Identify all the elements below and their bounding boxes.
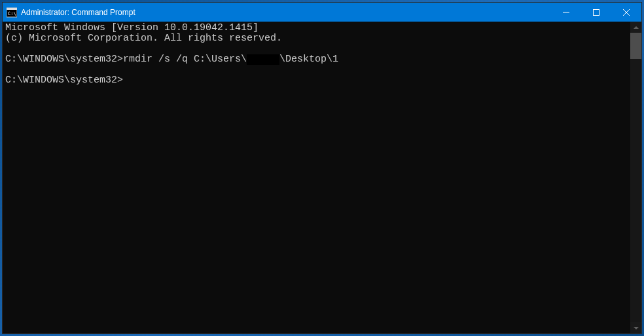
command-text: \Desktop\1: [279, 54, 338, 65]
prompt: C:\WINDOWS\system32>: [5, 54, 123, 65]
maximize-button[interactable]: [581, 3, 611, 22]
chevron-up-icon: [634, 26, 639, 29]
minimize-icon: [563, 9, 569, 16]
svg-rect-4: [594, 9, 599, 15]
scrollbar-up-button[interactable]: [630, 22, 641, 33]
minimize-button[interactable]: [551, 3, 581, 22]
terminal-line: C:\WINDOWS\system32>rmdir /s /q C:\Users…: [5, 54, 628, 65]
svg-text:C:\: C:\: [8, 11, 16, 16]
scrollbar-track[interactable]: [630, 33, 641, 322]
svg-marker-8: [634, 327, 639, 329]
svg-rect-1: [7, 8, 17, 10]
command-text: rmdir /s /q C:\Users\: [123, 54, 247, 65]
terminal-content[interactable]: Microsoft Windows [Version 10.0.19042.14…: [3, 22, 630, 333]
maximize-icon: [593, 9, 599, 16]
terminal-line: [5, 44, 628, 54]
chevron-down-icon: [634, 327, 639, 329]
vertical-scrollbar[interactable]: [630, 22, 641, 333]
window-title: Administrator: Command Prompt: [21, 8, 551, 17]
window-controls: [551, 3, 641, 22]
scrollbar-down-button[interactable]: [630, 322, 641, 333]
titlebar[interactable]: C:\ Administrator: Command Prompt: [3, 3, 641, 22]
terminal-line: Microsoft Windows [Version 10.0.19042.14…: [5, 23, 628, 33]
cmd-icon: C:\: [7, 7, 17, 18]
prompt: C:\WINDOWS\system32>: [5, 75, 123, 86]
redacted-username: [247, 54, 279, 65]
command-prompt-window: C:\ Administrator: Command Prompt: [2, 2, 642, 334]
terminal-body: Microsoft Windows [Version 10.0.19042.14…: [3, 22, 641, 333]
scrollbar-thumb[interactable]: [630, 33, 641, 59]
terminal-line: [5, 65, 628, 75]
close-button[interactable]: [611, 3, 641, 22]
terminal-line: C:\WINDOWS\system32>: [5, 75, 628, 86]
svg-marker-7: [634, 26, 639, 29]
close-icon: [623, 9, 630, 16]
terminal-line: (c) Microsoft Corporation. All rights re…: [5, 33, 628, 44]
